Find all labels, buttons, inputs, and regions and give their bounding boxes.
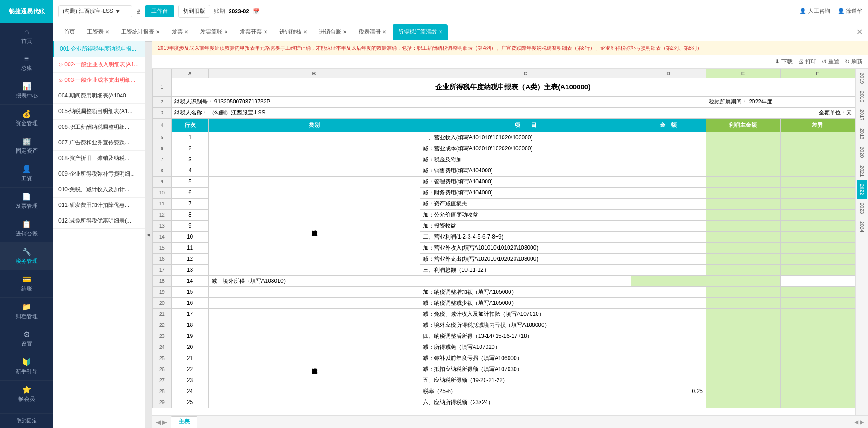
report-list: 001-企业所得税年度纳税申报...⊙ 002-一般企业收入明细表(A1...⊙…	[53, 41, 145, 428]
nav-tab-进销台账[interactable]: 进销台账✕	[313, 24, 352, 40]
print-icon[interactable]: 🖨	[136, 8, 141, 15]
tab-close-icon[interactable]: ✕	[343, 29, 347, 34]
nav-tab-发票算账[interactable]: 发票算账✕	[195, 24, 233, 40]
list-item-007[interactable]: 007-广告费和业务宣传费跌...	[53, 135, 145, 151]
list-item-011[interactable]: 011-研发费用加计扣除优惠...	[53, 198, 145, 213]
sidebar-item-新手引导[interactable]: 🔰新手引导	[0, 353, 53, 381]
user-btn[interactable]: 👤 徐道华	[838, 7, 862, 15]
topbar: (勾删) 江西服宝-LSS ▼ 🖨 工作台 切到旧版 账期 2023-02 📅 …	[53, 0, 868, 23]
warning-bar: 2019年度步及取以前年度延续数据的申报表单元格需要手工维护正确，才能保证本年及…	[152, 41, 868, 55]
nav-tab-首页[interactable]: 首页	[58, 24, 81, 40]
period-label: 账期	[214, 7, 225, 15]
refresh-icon: ↻	[845, 58, 850, 65]
scroll-left-icon[interactable]: ◀	[854, 419, 858, 425]
tab-close-icon[interactable]: ✕	[224, 29, 228, 34]
year-item-2024[interactable]: 2024	[857, 217, 867, 236]
period-value: 2023-02	[229, 8, 249, 15]
year-item-2023[interactable]: 2023	[857, 199, 867, 217]
scroll-buttons: ◀ ▶	[854, 419, 864, 425]
main-content: (勾删) 江西服宝-LSS ▼ 🖨 工作台 切到旧版 账期 2023-02 📅 …	[53, 0, 868, 428]
sidebar-item-发票管理[interactable]: 📄发票管理	[0, 188, 53, 215]
calendar-icon[interactable]: 📅	[253, 8, 260, 15]
tab-close-icon[interactable]: ✕	[303, 29, 307, 34]
sidebar-item-结账[interactable]: 💳结账	[0, 270, 53, 298]
sidebar-item-报表中心[interactable]: 📊报表中心	[0, 77, 53, 105]
title-row: 1 企业所得税年度纳税申报表（A类）主表(A100000)	[153, 78, 855, 96]
nav-tab-工资统计报表[interactable]: 工资统计报表✕	[116, 24, 165, 40]
year-item-2018[interactable]: 2018	[857, 125, 867, 143]
sheet-tab-主表[interactable]: 主表	[171, 416, 197, 428]
year-item-2022[interactable]: 2022	[857, 180, 867, 199]
print-button[interactable]: 🖨 打印	[798, 58, 816, 66]
tab-close-icon[interactable]: ✕	[264, 29, 267, 34]
list-item-009[interactable]: 009-企业所得税弥补亏损明细...	[53, 166, 145, 182]
sidebar-item-资金管理[interactable]: 💰资金管理	[0, 105, 53, 132]
nav-tab-税表清册[interactable]: 税表清册✕	[353, 24, 392, 40]
refresh-button[interactable]: ↻ 刷新	[845, 58, 862, 66]
year-item-2021[interactable]: 2021	[857, 162, 867, 180]
collapse-button[interactable]: ◀	[145, 41, 152, 428]
sidebar-item-归档管理[interactable]: 📁归档管理	[0, 298, 53, 325]
reset-icon: ↺	[822, 58, 827, 65]
table-row: 51一、营业收入(填写A101010\101020\103000)	[153, 132, 855, 143]
sidebar-item-首页[interactable]: ⌂首页	[0, 23, 53, 50]
download-button[interactable]: ⬇ 下载	[775, 58, 793, 66]
tab-close-icon[interactable]: ✕	[156, 29, 160, 34]
company-selector[interactable]: (勾删) 江西服宝-LSS ▼	[58, 5, 132, 17]
next-sheet-arrow[interactable]: ▶	[162, 418, 167, 426]
list-item-004[interactable]: 004-期间费用明细表(A1040...	[53, 88, 145, 104]
main-table: A B C D E F 1 企业所得税年度纳税申报表（A类）主表(A100000…	[152, 69, 855, 408]
tab-close-icon[interactable]: ✕	[185, 29, 188, 34]
avatar-icon: 👤	[838, 8, 845, 14]
unpin-button[interactable]: 取消固定	[0, 413, 53, 428]
list-item-003[interactable]: ⊙ 003-一般企业成本支出明细...	[53, 73, 145, 88]
list-item-010[interactable]: 010-免税、减计收入及加计...	[53, 182, 145, 198]
table-row: 2218应纳税所得额计算减：境外应税所得税抵减境内亏损（填写A108000）	[153, 320, 855, 331]
reset-button[interactable]: ↺ 重置	[822, 58, 839, 66]
year-item-2019[interactable]: 2019	[857, 69, 867, 87]
service-icon: 👤	[799, 8, 806, 14]
nav-tab-工资表[interactable]: 工资表✕	[81, 24, 115, 40]
table-row: 95利润总额计算减：管理费用(填写A104000)	[153, 176, 855, 187]
list-item-008[interactable]: 008-资产折旧、摊销及纳税...	[53, 151, 145, 166]
list-item-012[interactable]: 012-减免所得税优惠明细表(...	[53, 213, 145, 229]
nav-tab-发票[interactable]: 发票✕	[166, 24, 194, 40]
dropdown-icon: ▼	[115, 8, 121, 15]
sidebar-item-总账[interactable]: ≡总账	[0, 50, 53, 77]
year-item-2017[interactable]: 2017	[857, 106, 867, 124]
workbench-button[interactable]: 工作台	[145, 5, 174, 17]
nav-tab-所得税汇算清缴[interactable]: 所得税汇算清缴✕	[393, 24, 448, 40]
switch-old-button[interactable]: 切到旧版	[178, 5, 210, 18]
table-row: 2016减：纳税调整减少额（填写A105000）	[153, 297, 855, 308]
list-item-005[interactable]: 005-纳税调整项目明细表(A1...	[53, 104, 145, 120]
sidebar-item-畅会员[interactable]: ⭐畅会员	[0, 381, 53, 408]
prev-sheet-arrow[interactable]: ◀	[156, 418, 161, 426]
table-row: 84减：销售费用(填写A104000)	[153, 165, 855, 176]
scroll-right-icon[interactable]: ▶	[860, 419, 864, 425]
sidebar-item-进销台账[interactable]: 📋进销台账	[0, 215, 53, 243]
tab-close-icon[interactable]: ✕	[439, 29, 442, 34]
sidebar-item-工资[interactable]: 👤工资	[0, 160, 53, 188]
list-item-001[interactable]: 001-企业所得税年度纳税申报...	[53, 41, 145, 57]
topbar-right: 👤 人工咨询 👤 徐道华	[799, 7, 862, 15]
service-btn[interactable]: 👤 人工咨询	[799, 7, 830, 15]
sidebar-item-固定资产[interactable]: 🏢固定资产	[0, 132, 53, 160]
tab-close-icon[interactable]: ✕	[382, 29, 386, 34]
table-row: 62减：营业成本(填写A102010\102020\103000)	[153, 143, 855, 154]
sheet-area: A B C D E F 1 企业所得税年度纳税申报表（A类）主表(A100000…	[152, 69, 868, 416]
year-navigator: 201920162017201820202021202220232024	[855, 69, 868, 416]
sidebar-item-税务管理[interactable]: 🔧税务管理	[0, 243, 53, 270]
year-item-2020[interactable]: 2020	[857, 143, 867, 161]
nav-tab-发票开票[interactable]: 发票开票✕	[234, 24, 273, 40]
tab-close-icon[interactable]: ✕	[105, 29, 109, 34]
sidebar-item-设置[interactable]: ⚙设置	[0, 325, 53, 353]
year-item-2016[interactable]: 2016	[857, 87, 867, 106]
list-item-006[interactable]: 006-职工薪酬纳税调整明细...	[53, 120, 145, 135]
sheet-toolbar: ⬇ 下载 🖨 打印 ↺ 重置 ↻ 刷新	[152, 55, 868, 69]
list-item-002[interactable]: ⊙ 002-一般企业收入明细表(A1...	[53, 57, 145, 73]
close-all-icon[interactable]: ✕	[856, 28, 862, 36]
table-row: 2117减：免税、减计收入及加计扣除（填写A107010）	[153, 308, 855, 320]
col-index-row: A B C D E F	[153, 69, 855, 78]
nav-tab-进销稽核[interactable]: 进销稽核✕	[274, 24, 312, 40]
table-wrapper[interactable]: A B C D E F 1 企业所得税年度纳税申报表（A类）主表(A100000…	[152, 69, 855, 416]
